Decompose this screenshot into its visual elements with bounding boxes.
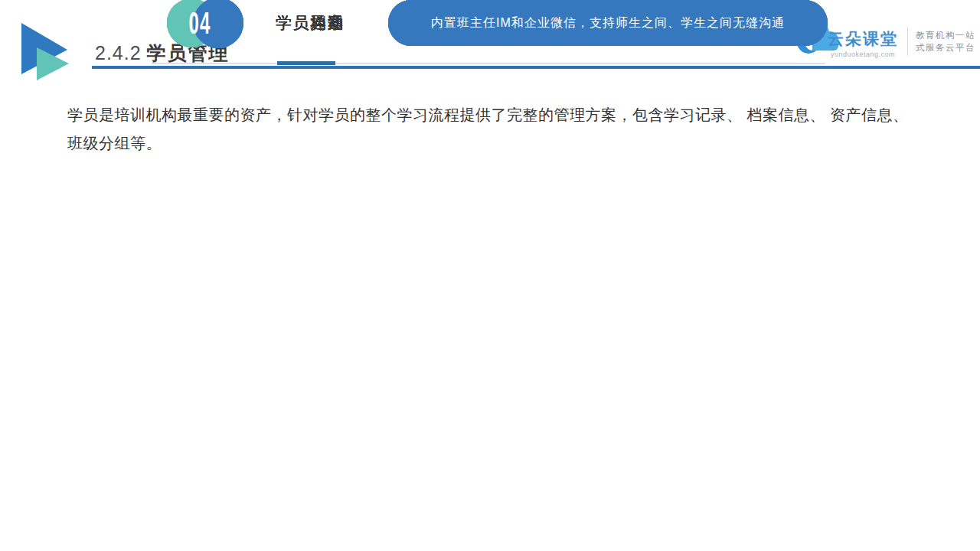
brand-domain: yunduoketang.com <box>831 51 895 58</box>
divider-light-line <box>152 63 825 64</box>
play-triangles-logo-icon <box>0 11 92 88</box>
brand-divider <box>907 27 908 56</box>
brand-tagline-line1: 教育机构一站 <box>916 29 975 41</box>
feature-row-communication: 04 学员沟通 内置班主任IM和企业微信，支持师生之间、学生之间无缝沟通 <box>152 0 825 69</box>
brand-tagline-line2: 式服务云平台 <box>916 41 975 54</box>
step-number: 04 <box>180 0 220 48</box>
step-badge: 04 <box>167 0 243 48</box>
brand-name-block: 云朵课堂 yunduoketang.com <box>828 28 898 58</box>
slide-page: 2.4.2 学员管理 云朵课堂 yunduoketang.com 教育机构一站 … <box>0 0 980 551</box>
feature-description-pill: 内置班主任IM和企业微信，支持师生之间、学生之间无缝沟通 <box>388 0 828 46</box>
brand-name: 云朵课堂 <box>828 28 898 50</box>
label-underline-segment <box>277 61 335 65</box>
row-divider <box>152 61 825 66</box>
intro-line1: 学员是培训机构最重要的资产，针对学员的整个学习流程提供了完整的管理方案，包含学习… <box>67 101 933 129</box>
section-number: 2.4.2 <box>95 42 142 64</box>
brand-tagline: 教育机构一站 式服务云平台 <box>916 29 975 54</box>
intro-paragraph: 学员是培训机构最重要的资产，针对学员的整个学习流程提供了完整的管理方案，包含学习… <box>67 101 933 158</box>
feature-label: 学员沟通 <box>276 0 368 46</box>
intro-line2: 班级分组等。 <box>67 129 933 158</box>
